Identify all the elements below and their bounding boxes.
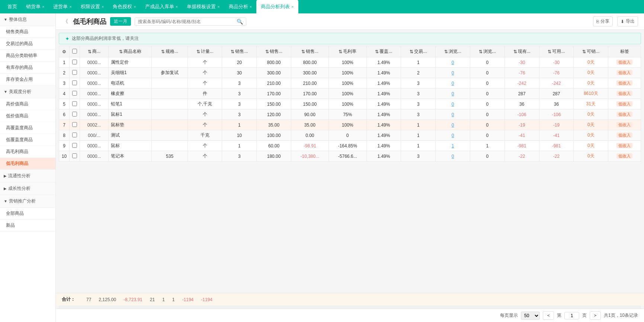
nav-permissions[interactable]: 权限设置 ×	[76, 0, 108, 13]
cell-checkbox[interactable]	[70, 57, 80, 68]
nav-product-analysis-list[interactable]: 商品分析列表 ×	[256, 0, 298, 13]
sidebar-item-category-rate[interactable]: 商品分类助销率	[0, 50, 55, 62]
sidebar-item-low-coverage[interactable]: 低覆盖度商品	[0, 134, 55, 146]
search-input[interactable]	[138, 19, 237, 24]
cell-checkbox[interactable]	[70, 78, 80, 89]
view1-link[interactable]: 0	[452, 91, 454, 96]
view1-link[interactable]: 1	[452, 143, 454, 149]
export-button[interactable]: ⬇ 导出	[617, 16, 638, 26]
nav-sales[interactable]: 销货单 ×	[22, 0, 49, 13]
sidebar-item-new-products[interactable]: 新品	[0, 220, 55, 232]
nav-template-close[interactable]: ×	[217, 4, 220, 9]
nav-purchase-close[interactable]: ×	[69, 4, 71, 9]
total-sales-qty: 77	[86, 297, 91, 302]
view1-link[interactable]: 0	[452, 81, 454, 86]
next-page-btn[interactable]: ＞	[590, 311, 601, 320]
cell-trade: 1	[401, 141, 436, 151]
nav-product-entry-close[interactable]: ×	[176, 4, 178, 9]
cell-view1: 0	[436, 130, 470, 141]
table-container[interactable]: ⚙ ⇅商... ⇅商品名称 ⇅规格... ⇅计量... ⇅销售... ⇅销售..…	[56, 46, 644, 293]
row-checkbox[interactable]	[72, 133, 77, 137]
row-checkbox[interactable]	[72, 122, 77, 127]
row-checkbox[interactable]	[72, 70, 77, 75]
sidebar-item-high-value[interactable]: 高价值商品	[0, 98, 55, 110]
view1-link[interactable]: 0	[452, 154, 454, 159]
cell-current: -19	[504, 120, 539, 130]
row-checkbox[interactable]	[72, 80, 77, 85]
cell-checkbox[interactable]	[70, 151, 80, 162]
sidebar-item-low-value[interactable]: 低价值商品	[0, 110, 55, 122]
nav-roles-close[interactable]: ×	[134, 4, 136, 9]
sidebar-item-stock-products[interactable]: 有库存的商品	[0, 62, 55, 74]
sidebar-item-low-margin[interactable]: 低毛利商品	[0, 158, 55, 170]
nav-home[interactable]: 首页	[3, 0, 22, 13]
content-area: 《 低毛利商品 近一月 🔍 ⎘ 分享 ⬇ 导出 ✦ 这部分商品的利润非常低，	[56, 13, 644, 322]
tag-badge: 低收入	[616, 60, 632, 65]
horizontal-scrollbar[interactable]	[59, 306, 641, 309]
cell-checkbox[interactable]	[70, 99, 80, 109]
nav-sales-close[interactable]: ×	[42, 4, 44, 9]
view1-link[interactable]: 0	[452, 112, 454, 117]
cell-trade: 1	[401, 130, 436, 141]
cell-sales-qty: 3	[222, 151, 257, 162]
row-checkbox[interactable]	[72, 60, 77, 64]
cell-checkbox[interactable]	[70, 68, 80, 78]
date-filter-btn[interactable]: 近一月	[110, 17, 131, 26]
view1-link[interactable]: 0	[452, 133, 454, 138]
view1-link[interactable]: 0	[452, 60, 454, 65]
cell-available: -41	[539, 130, 574, 141]
cell-name: 鼠标垫	[109, 120, 152, 130]
sidebar-group-marketing[interactable]: ▼ 营销推广分析	[0, 195, 55, 208]
prev-page-btn[interactable]: ＜	[543, 311, 554, 320]
cell-coverage: 1.49%	[366, 99, 401, 109]
cell-sales-price: 800.00	[257, 57, 291, 68]
cell-checkbox[interactable]	[70, 109, 80, 120]
sidebar-item-high-margin[interactable]: 高毛利商品	[0, 146, 55, 158]
sidebar-group-aesthetics[interactable]: ▼ 美观度分析	[0, 86, 55, 98]
cell-checkbox[interactable]	[70, 120, 80, 130]
row-checkbox[interactable]	[72, 112, 77, 117]
row-checkbox[interactable]	[72, 101, 77, 106]
th-settings[interactable]: ⚙	[59, 46, 70, 57]
settings-icon[interactable]: ⚙	[62, 49, 66, 54]
nav-permissions-close[interactable]: ×	[102, 4, 104, 9]
row-checkbox[interactable]	[72, 91, 77, 96]
nav-product-analysis[interactable]: 商品分析 ×	[224, 0, 256, 13]
view1-link[interactable]: 0	[452, 102, 454, 107]
cell-tag: 低收入	[608, 141, 641, 151]
total-available: -1194	[201, 297, 212, 302]
view1-link[interactable]: 0	[452, 122, 454, 128]
sidebar-group-overall[interactable]: ▼ 整体信息	[0, 13, 55, 26]
cell-gross-margin: 0	[329, 130, 366, 141]
th-spec: ⇅规格...	[152, 46, 188, 57]
view1-link[interactable]: 0	[452, 70, 454, 76]
sidebar-collapse-btn[interactable]: 《	[62, 16, 69, 26]
nav-template[interactable]: 单据模板设置 ×	[182, 0, 224, 13]
nav-product-entry[interactable]: 产成品入库单 ×	[141, 0, 182, 13]
cell-checkbox[interactable]	[70, 141, 80, 151]
search-icon[interactable]: 🔍	[237, 19, 243, 25]
page-number-input[interactable]	[564, 312, 579, 319]
sidebar-item-all-products[interactable]: 全部商品	[0, 208, 55, 220]
sidebar-item-sales-products[interactable]: 销售类商品	[0, 26, 55, 38]
select-all-checkbox[interactable]	[72, 49, 77, 54]
total-view1: 1	[162, 297, 165, 302]
per-page-select[interactable]: 50 100 200	[521, 312, 540, 320]
nav-roles[interactable]: 角色授权 ×	[108, 0, 140, 13]
sidebar-item-high-coverage[interactable]: 高覆盖度商品	[0, 122, 55, 134]
sidebar-item-traded-products[interactable]: 交易过的商品	[0, 38, 55, 50]
cell-checkbox[interactable]	[70, 130, 80, 141]
nav-product-analysis-list-close[interactable]: ×	[291, 4, 294, 9]
sidebar-group-growth[interactable]: ▶ 成长性分析	[0, 182, 55, 195]
row-checkbox[interactable]	[72, 143, 77, 148]
sidebar-item-stock-capital[interactable]: 库存资金占用	[0, 74, 55, 86]
row-checkbox[interactable]	[72, 153, 77, 158]
nav-purchase[interactable]: 进货单 ×	[49, 0, 76, 13]
sidebar-group-liquidity[interactable]: ▶ 流通性分析	[0, 170, 55, 182]
nav-product-analysis-close[interactable]: ×	[250, 4, 252, 9]
share-button[interactable]: ⎘ 分享	[593, 16, 613, 26]
cell-checkbox[interactable]	[70, 89, 80, 99]
cell-sales-price: 300.00	[257, 68, 291, 78]
cell-sales-qty: 10	[222, 130, 257, 141]
th-checkbox[interactable]	[70, 46, 80, 57]
